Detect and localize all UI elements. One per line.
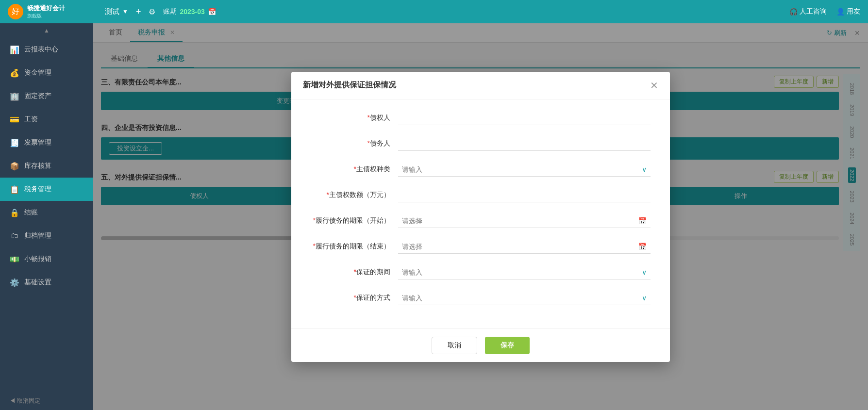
modal-header: 新增对外提供保证担保情况 ✕ xyxy=(291,72,670,99)
form-row-claim-type: *主债权种类 ∨ xyxy=(311,163,651,177)
invoices-icon: 🧾 xyxy=(10,138,19,148)
unpin-icon: ◀ xyxy=(10,397,16,404)
input-claim-amount[interactable] xyxy=(398,188,651,202)
date-wrap-period-start: 📅 xyxy=(398,214,651,228)
logo-sub-text: 旗舰版 xyxy=(27,13,65,19)
required-star-guarantee-method: * xyxy=(354,294,356,301)
sidebar-item-closing[interactable]: 🔒 结账 xyxy=(0,201,93,224)
fixed-assets-icon: 🏢 xyxy=(10,91,19,101)
sidebar-label-fixed-assets: 固定资产 xyxy=(24,92,51,100)
sidebar-unpin-button[interactable]: ◀ 取消固定 xyxy=(0,392,93,410)
company-name: 测试 xyxy=(105,7,119,16)
headset-icon: 🎧 xyxy=(789,8,798,16)
header-actions: 🎧 人工咨询 👤 用友 xyxy=(789,7,860,16)
required-star-guarantee-period: * xyxy=(354,268,356,276)
period-value: 2023-03 xyxy=(180,8,204,16)
payroll-icon: 💳 xyxy=(10,115,19,124)
sidebar-item-settings[interactable]: ⚙️ 基础设置 xyxy=(0,271,93,294)
logo-area: 好 畅捷通好会计 旗舰版 xyxy=(8,4,101,19)
label-guarantee-method: *保证的方式 xyxy=(311,294,398,302)
sidebar-item-expense[interactable]: 💵 小畅报销 xyxy=(0,247,93,271)
modal-overlay: 新增对外提供保证担保情况 ✕ *债权人 xyxy=(93,23,868,410)
closing-icon: 🔒 xyxy=(10,208,19,217)
modal-footer: 取消 保存 xyxy=(291,328,670,362)
sidebar-label-tax: 税务管理 xyxy=(24,185,51,194)
top-header: 好 畅捷通好会计 旗舰版 测试 ▼ + ⚙ 账期 2023-03 📅 🎧 人工咨… xyxy=(0,0,868,23)
required-star-claim-amount: * xyxy=(327,191,329,198)
page-area: 首页 税务申报 ✕ ↻ 刷新 ✕ xyxy=(93,23,868,410)
modal-body: *债权人 *债务人 xyxy=(291,99,670,328)
select-guarantee-period[interactable] xyxy=(398,265,651,279)
sidebar-item-cloud-reports[interactable]: 📊 云报表中心 xyxy=(0,38,93,61)
settings-sidebar-icon: ⚙️ xyxy=(10,278,19,287)
logo-main-text: 畅捷通好会计 xyxy=(27,4,65,13)
dropdown-arrow-icon[interactable]: ▼ xyxy=(122,8,128,15)
sidebar: ▲ 📊 云报表中心 💰 资金管理 🏢 固定资产 💳 工资 xyxy=(0,23,93,410)
modal-close-button[interactable]: ✕ xyxy=(650,80,658,91)
main-content: ▲ 📊 云报表中心 💰 资金管理 🏢 固定资产 💳 工资 xyxy=(0,23,868,410)
sidebar-item-inventory[interactable]: 📦 库存核算 xyxy=(0,154,93,178)
tax-icon: 📋 xyxy=(10,184,19,194)
calendar-icon[interactable]: 📅 xyxy=(208,8,216,16)
sidebar-scroll-up[interactable]: ▲ xyxy=(0,23,93,38)
form-row-period-start: *履行债务的期限（开始） 📅 xyxy=(311,214,651,228)
cancel-button[interactable]: 取消 xyxy=(432,337,477,354)
label-claim-amount: *主债权数额（万元） xyxy=(311,191,398,199)
label-debtor: *债务人 xyxy=(311,139,398,148)
cloud-reports-icon: 📊 xyxy=(10,45,19,54)
input-debtor[interactable] xyxy=(398,137,651,151)
sidebar-item-tax[interactable]: 📋 税务管理 xyxy=(0,178,93,201)
expense-icon: 💵 xyxy=(10,254,19,264)
input-period-start[interactable] xyxy=(398,214,651,228)
sidebar-label-archive: 归档管理 xyxy=(24,231,51,240)
form-row-creditor: *债权人 xyxy=(311,111,651,125)
form-row-period-end: *履行债务的期限（结束） 📅 xyxy=(311,240,651,254)
add-icon[interactable]: + xyxy=(136,7,141,17)
select-wrap-guarantee-period: ∨ xyxy=(398,265,651,279)
input-creditor[interactable] xyxy=(398,111,651,125)
label-period-start: *履行债务的期限（开始） xyxy=(311,216,398,225)
sidebar-item-fixed-assets[interactable]: 🏢 固定资产 xyxy=(0,84,93,108)
save-button[interactable]: 保存 xyxy=(485,337,530,354)
label-guarantee-period: *保证的期间 xyxy=(311,268,398,277)
input-period-end[interactable] xyxy=(398,240,651,254)
required-star: * xyxy=(367,114,370,121)
sidebar-label-settings: 基础设置 xyxy=(24,278,51,287)
label-claim-type: *主债权种类 xyxy=(311,165,398,174)
form-row-guarantee-period: *保证的期间 ∨ xyxy=(311,265,651,279)
select-wrap-claim-type: ∨ xyxy=(398,163,651,177)
sidebar-nav: 📊 云报表中心 💰 资金管理 🏢 固定资产 💳 工资 🧾 发票管理 xyxy=(0,38,93,392)
select-claim-type[interactable] xyxy=(398,163,651,177)
select-wrap-guarantee-method: ∨ xyxy=(398,291,651,305)
form-row-debtor: *债务人 xyxy=(311,137,651,151)
sidebar-label-cloud-reports: 云报表中心 xyxy=(24,45,58,54)
modal-title: 新增对外提供保证担保情况 xyxy=(303,80,396,90)
form-row-claim-amount: *主债权数额（万元） xyxy=(311,188,651,202)
sidebar-item-payroll[interactable]: 💳 工资 xyxy=(0,108,93,131)
sidebar-item-archive[interactable]: 🗂 归档管理 xyxy=(0,224,93,247)
required-star-debtor: * xyxy=(367,139,370,147)
required-star-period-end: * xyxy=(313,242,316,250)
modal-dialog: 新增对外提供保证担保情况 ✕ *债权人 xyxy=(291,72,670,362)
sidebar-label-invoices: 发票管理 xyxy=(24,138,51,147)
select-guarantee-method[interactable] xyxy=(398,291,651,305)
sidebar-label-funds: 资金管理 xyxy=(24,68,51,77)
required-star-claim-type: * xyxy=(354,165,356,173)
sidebar-label-expense: 小畅报销 xyxy=(24,255,51,263)
sidebar-label-payroll: 工资 xyxy=(24,115,38,124)
logo-icon: 好 xyxy=(8,4,23,19)
form-row-guarantee-method: *保证的方式 ∨ xyxy=(311,291,651,305)
support-button[interactable]: 🎧 人工咨询 xyxy=(789,7,827,16)
date-wrap-period-end: 📅 xyxy=(398,240,651,254)
app-container: 好 畅捷通好会计 旗舰版 测试 ▼ + ⚙ 账期 2023-03 📅 🎧 人工咨… xyxy=(0,0,868,410)
label-period-end: *履行债务的期限（结束） xyxy=(311,242,398,251)
sidebar-item-invoices[interactable]: 🧾 发票管理 xyxy=(0,131,93,154)
required-star-period-start: * xyxy=(313,216,316,224)
sidebar-label-closing: 结账 xyxy=(24,208,38,217)
funds-icon: 💰 xyxy=(10,68,19,78)
user-button[interactable]: 👤 用友 xyxy=(836,7,860,16)
sidebar-item-funds[interactable]: 💰 资金管理 xyxy=(0,61,93,84)
label-creditor: *债权人 xyxy=(311,114,398,122)
logo-text-block: 畅捷通好会计 旗舰版 xyxy=(27,4,65,19)
settings-icon[interactable]: ⚙ xyxy=(149,7,155,16)
